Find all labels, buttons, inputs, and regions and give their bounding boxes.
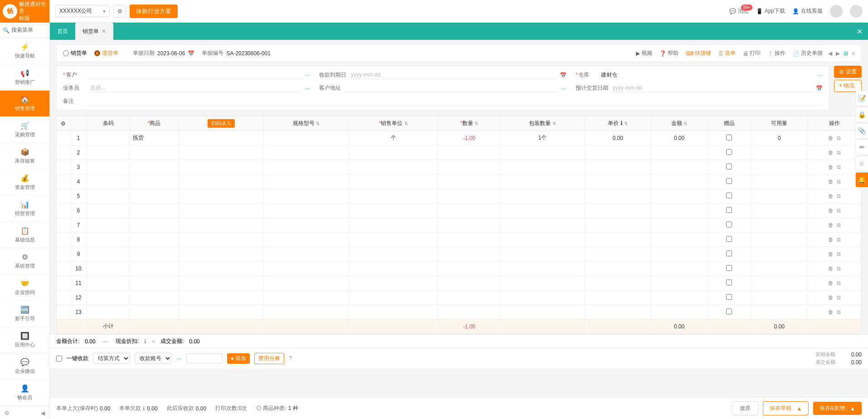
copy-row-icon-8[interactable]: ⧉ [837,251,841,257]
copy-row-icon-0[interactable]: ⧉ [837,135,841,141]
float-star-btn[interactable]: ☆ [855,156,868,171]
cell-price-11[interactable] [585,290,651,305]
cell-qty-0[interactable]: -1.00 [438,131,500,145]
cell-unit-2[interactable] [348,160,438,174]
settings-gear-icon[interactable]: ⚙ [5,410,10,416]
cell-spec-7[interactable] [264,232,348,247]
cell-gift-7[interactable] [708,232,751,247]
copy-row-icon-11[interactable]: ⧉ [837,294,841,301]
sidebar-item-marketing[interactable]: 📢 营销推广 [0,64,49,91]
cell-unit-11[interactable] [348,290,438,305]
cell-gift-9[interactable] [708,261,751,276]
cell-pkgqty-0[interactable]: 1个 [500,131,585,145]
scan-btn[interactable]: 扫码录入 [208,119,235,128]
cell-unit-12[interactable] [348,305,438,319]
video-btn[interactable]: ▶ 视频 [634,48,654,58]
cell-amount-5[interactable] [651,203,708,218]
cell-gift-1[interactable] [708,145,751,160]
cell-gift-4[interactable] [708,189,751,203]
delete-row-icon-9[interactable]: 🗑 [828,265,834,272]
cell-pkgqty-6[interactable] [500,218,585,232]
cell-gift-6[interactable] [708,218,751,232]
cell-barcode-0[interactable] [87,131,130,145]
cell-amount-9[interactable] [651,261,708,276]
select-btn[interactable]: ☰ 选单 [717,48,737,58]
cell-unit-7[interactable] [348,232,438,247]
tab-close-all-btn[interactable]: ✕ [851,27,868,36]
user-avatar[interactable] [830,5,843,18]
cell-barcode-6[interactable] [87,218,130,232]
delivery-date-input[interactable] [611,84,813,92]
cell-product-1[interactable] [130,145,178,160]
sidebar-item-guide[interactable]: 🆕 新手引导 [0,301,49,327]
cell-amount-4[interactable] [651,189,708,203]
cell-pkgqty-1[interactable] [500,145,585,160]
sidebar-item-wechat[interactable]: 💬 企业微信 [0,353,49,380]
float-edit-btn[interactable]: ✏ [855,140,868,155]
cell-product-12[interactable] [130,305,178,319]
copy-row-icon-2[interactable]: ⧉ [837,164,841,170]
sidebar-item-inventory[interactable]: 📦 库存核算 [0,143,49,169]
cell-amount-0[interactable]: 0.00 [651,131,708,145]
cell-qty-12[interactable] [438,305,500,319]
settings-btn[interactable]: ⚙ 设置 [834,66,862,78]
cell-spec-10[interactable] [264,276,348,290]
save-draft-arrow[interactable]: ▲ [793,405,802,412]
cell-pkgqty-12[interactable] [500,305,585,319]
cell-qty-7[interactable] [438,232,500,247]
cell-price-7[interactable] [585,232,651,247]
cell-spec-8[interactable] [264,247,348,261]
tab-sales-order[interactable]: 销货单 ✕ [75,23,113,40]
cell-barcode-2[interactable] [87,160,130,174]
list-view-icon[interactable]: ≡ [852,50,855,57]
payment-calendar-icon[interactable]: 📅 [560,72,567,78]
cell-product-8[interactable] [130,247,178,261]
history-btn[interactable]: 📄 历史单据 [791,48,824,58]
cell-gift-0[interactable] [708,131,751,145]
cell-gift-12[interactable] [708,305,751,319]
cell-barcode-9[interactable] [87,261,130,276]
one-click-payment-checkbox[interactable] [56,356,62,361]
payment-help-icon[interactable]: ? [289,355,292,361]
nav-prev-icon[interactable]: ◀ [828,50,832,57]
cell-price-3[interactable] [585,174,651,189]
cell-product-11[interactable] [130,290,178,305]
copy-row-icon-10[interactable]: ⧉ [837,280,841,286]
th-settings[interactable]: ⚙ [57,116,70,131]
cell-amount-10[interactable] [651,276,708,290]
user-avatar-2[interactable] [850,5,863,18]
cell-barcode-7[interactable] [87,232,130,247]
cell-spec-9[interactable] [264,261,348,276]
settlement-method-select[interactable]: 结算方式 [93,353,130,364]
cell-product-6[interactable] [130,218,178,232]
cell-qty-10[interactable] [438,276,500,290]
cell-pkgqty-11[interactable] [500,290,585,305]
cell-qty-2[interactable] [438,160,500,174]
cell-barcode-4[interactable] [87,189,130,203]
save-new-btn[interactable]: 保存&新增 ▲ [813,402,862,415]
cell-unit-5[interactable] [348,203,438,218]
cell-product-9[interactable] [130,261,178,276]
sidebar-item-operations[interactable]: 📊 经营管理 [0,196,49,222]
delete-row-icon-0[interactable]: 🗑 [828,135,834,141]
online-service-btn[interactable]: 👤 在线客服 [792,7,823,15]
cell-amount-3[interactable] [651,174,708,189]
settings-button[interactable]: ⚙ [113,5,126,18]
cell-spec-3[interactable] [264,174,348,189]
copy-row-icon-3[interactable]: ⧉ [837,178,841,185]
customer-input[interactable] [88,71,302,79]
cell-spec-11[interactable] [264,290,348,305]
float-attachment-btn[interactable]: 📎 [855,123,868,139]
cell-product-2[interactable] [130,160,178,174]
delete-row-icon-6[interactable]: 🗑 [828,222,834,228]
cell-price-10[interactable] [585,276,651,290]
address-input[interactable] [344,84,558,92]
cell-spec-2[interactable] [264,160,348,174]
cell-gift-3[interactable] [708,174,751,189]
cell-unit-8[interactable] [348,247,438,261]
cell-qty-5[interactable] [438,203,500,218]
delete-row-icon-12[interactable]: 🗑 [828,309,834,315]
copy-row-icon-7[interactable]: ⧉ [837,236,841,243]
cell-product-5[interactable] [130,203,178,218]
cell-price-8[interactable] [585,247,651,261]
